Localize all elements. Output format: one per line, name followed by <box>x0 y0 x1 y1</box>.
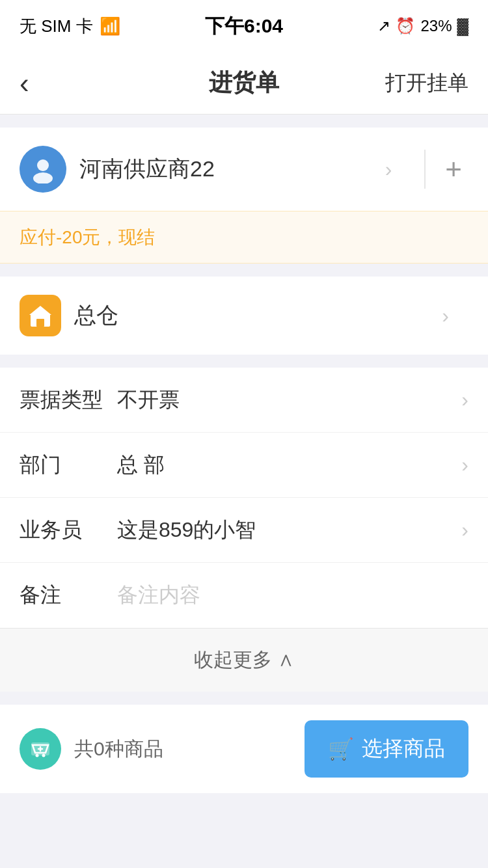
open-pending-button[interactable]: 打开挂单 <box>385 69 468 98</box>
select-product-button[interactable]: 🛒 选择商品 <box>305 720 468 778</box>
status-right: ↗ ⏰ 23% ▓ <box>377 17 468 35</box>
dept-row[interactable]: 部门 总 部 › <box>0 433 488 498</box>
svg-rect-4 <box>36 319 44 327</box>
remark-row[interactable]: 备注 备注内容 <box>0 563 488 628</box>
collapse-button[interactable]: 收起更多 ∧ <box>0 628 488 692</box>
invoice-label: 票据类型 <box>20 386 111 414</box>
svg-point-1 <box>33 172 53 183</box>
cart-svg-icon <box>29 737 52 761</box>
select-btn-label: 选择商品 <box>362 735 445 763</box>
staff-chevron-icon: › <box>461 518 468 542</box>
battery-text: 23% <box>420 17 452 35</box>
product-cart-icon <box>20 728 61 770</box>
location-icon: ↗ <box>377 17 390 35</box>
dept-chevron-icon: › <box>461 453 468 477</box>
alarm-icon: ⏰ <box>396 17 415 35</box>
select-btn-icon: 🛒 <box>328 737 354 761</box>
supplier-section: 河南供应商22 › + 应付-20元，现结 <box>0 128 488 264</box>
supplier-avatar <box>20 146 66 193</box>
status-bar: 无 SIM 卡 📶 下午6:04 ↗ ⏰ 23% ▓ <box>0 0 488 52</box>
notice-text: 应付-20元，现结 <box>20 227 155 247</box>
dept-value: 总 部 <box>111 451 461 480</box>
notice-banner: 应付-20元，现结 <box>0 211 488 264</box>
warehouse-chevron-icon: › <box>442 304 449 328</box>
remark-label: 备注 <box>20 581 111 610</box>
supplier-divider <box>424 150 426 189</box>
product-footer: 共0种商品 🛒 选择商品 <box>0 705 488 793</box>
invoice-type-row[interactable]: 票据类型 不开票 › <box>0 368 488 433</box>
svg-point-6 <box>36 754 39 757</box>
staff-value: 这是859的小智 <box>111 516 461 545</box>
status-carrier: 无 SIM 卡 📶 <box>20 15 120 38</box>
warehouse-name: 总仓 <box>74 301 442 331</box>
staff-label: 业务员 <box>20 516 111 545</box>
wifi-icon: 📶 <box>100 16 120 36</box>
svg-point-0 <box>37 159 49 171</box>
nav-bar: ‹ 进货单 打开挂单 <box>0 52 488 115</box>
invoice-chevron-icon: › <box>461 388 468 412</box>
avatar-icon <box>29 155 57 183</box>
collapse-label: 收起更多 ∧ <box>194 647 293 673</box>
staff-row[interactable]: 业务员 这是859的小智 › <box>0 498 488 563</box>
supplier-row[interactable]: 河南供应商22 › + <box>0 128 488 211</box>
add-supplier-button[interactable]: + <box>439 153 468 185</box>
warehouse-svg-icon <box>28 303 53 328</box>
battery-icon: ▓ <box>457 17 469 35</box>
invoice-value: 不开票 <box>111 386 461 414</box>
carrier-text: 无 SIM 卡 <box>20 15 93 38</box>
supplier-chevron-icon: › <box>385 157 392 182</box>
warehouse-icon <box>20 295 61 336</box>
back-button[interactable]: ‹ <box>20 67 59 100</box>
empty-area <box>0 793 488 868</box>
page-title: 进货单 <box>209 67 279 99</box>
form-section: 票据类型 不开票 › 部门 总 部 › 业务员 这是859的小智 › 备注 备注… <box>0 368 488 628</box>
product-count: 共0种商品 <box>74 736 291 763</box>
svg-marker-3 <box>29 306 51 315</box>
svg-point-7 <box>42 754 46 757</box>
supplier-name: 河南供应商22 <box>79 154 385 184</box>
status-time: 下午6:04 <box>205 13 283 40</box>
dept-label: 部门 <box>20 451 111 480</box>
warehouse-section[interactable]: 总仓 › <box>0 277 488 355</box>
remark-input[interactable]: 备注内容 <box>111 581 468 610</box>
